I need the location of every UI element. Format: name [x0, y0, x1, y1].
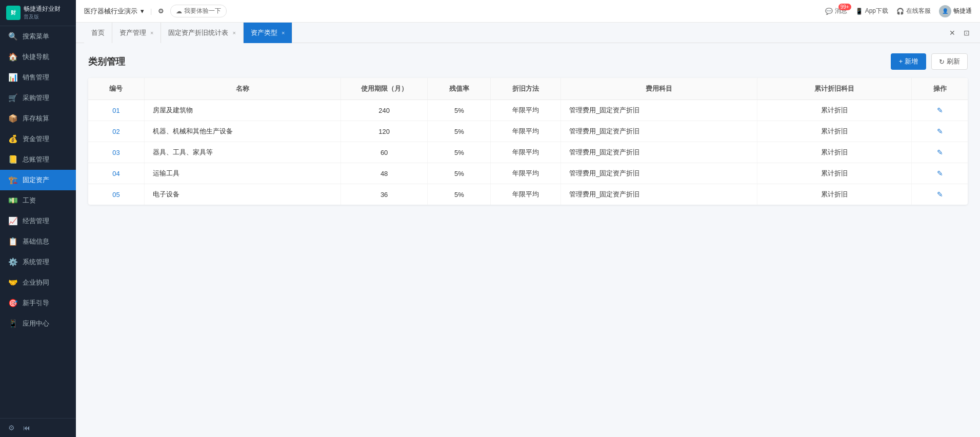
operations-icon: 📈 [8, 216, 17, 226]
sidebar-item-label: 资金管理 [23, 134, 49, 144]
cell-method: 年限平均 [491, 163, 561, 184]
tabs-bar: 首页资产管理×固定资产折旧统计表×资产类型× ✕ ⊡ [76, 23, 980, 43]
cell-residual: 5% [428, 142, 491, 163]
table-row: 03 器具、工具、家具等 60 5% 年限平均 管理费用_固定资产折旧 累计折旧… [88, 142, 968, 163]
cell-period: 36 [341, 184, 428, 205]
tab-asset-mgmt[interactable]: 资产管理× [112, 23, 161, 43]
cell-op: ✎ [912, 100, 968, 121]
settings-button[interactable]: ⚙ [158, 7, 164, 15]
sidebar-item-system[interactable]: ⚙️系统管理 [0, 252, 76, 272]
cell-method: 年限平均 [491, 142, 561, 163]
topbar-right: 💬 消息 99+ 📱 App下载 🎧 在线客服 👤 畅捷通 [825, 5, 972, 17]
cell-residual: 5% [428, 184, 491, 205]
sidebar-item-guide[interactable]: 🎯新手引导 [0, 293, 76, 313]
sidebar-item-label: 快捷导航 [23, 52, 49, 62]
cell-residual: 5% [428, 163, 491, 184]
app-download-button[interactable]: 📱 App下载 [855, 7, 888, 15]
sidebar-item-basic-info[interactable]: 📋基础信息 [0, 231, 76, 252]
general-ledger-icon: 📒 [8, 155, 17, 164]
finance-icon: 💰 [8, 134, 17, 144]
tab-home[interactable]: 首页 [84, 23, 112, 43]
col-header-name: 名称 [144, 78, 341, 100]
tab-asset-type[interactable]: 资产类型× [244, 23, 292, 43]
cell-accum: 累计折旧 [757, 184, 912, 205]
payroll-icon: 💵 [8, 196, 17, 205]
cell-name: 器具、工具、家具等 [144, 142, 341, 163]
user-menu[interactable]: 👤 畅捷通 [939, 5, 972, 17]
sidebar-item-label: 应用中心 [23, 319, 49, 328]
refresh-button[interactable]: ↻ 刷新 [931, 53, 968, 70]
collapse-icon[interactable]: ⏮ [23, 424, 30, 432]
edit-button[interactable]: ✎ [937, 169, 943, 177]
cell-name: 运输工具 [144, 163, 341, 184]
tab-close-icon[interactable]: × [282, 30, 285, 36]
cell-code: 03 [88, 142, 144, 163]
cell-period: 120 [341, 121, 428, 142]
sidebar-item-search[interactable]: 🔍搜索菜单 [0, 26, 76, 47]
sidebar-item-quick-nav[interactable]: 🏠快捷导航 [0, 47, 76, 67]
cell-accum: 累计折旧 [757, 142, 912, 163]
tab-close-icon[interactable]: × [232, 30, 235, 36]
sidebar-item-label: 搜索菜单 [23, 32, 49, 41]
try-button[interactable]: ☁ 我要体验一下 [170, 5, 227, 17]
expand-tab-button[interactable]: ⊡ [962, 27, 972, 39]
sidebar-item-payroll[interactable]: 💵工资 [0, 190, 76, 211]
online-service-button[interactable]: 🎧 在线客服 [896, 7, 931, 15]
settings-icon[interactable]: ⚙ [8, 424, 15, 432]
sidebar-item-label: 基础信息 [23, 237, 49, 246]
sidebar: 财 畅捷通好业财 普及版 🔍搜索菜单🏠快捷导航📊销售管理🛒采购管理📦库存核算💰资… [0, 0, 76, 437]
sidebar-item-finance[interactable]: 💰资金管理 [0, 129, 76, 149]
topbar: 医疗器械行业演示 ▾ | ⚙ ☁ 我要体验一下 💬 消息 99+ 📱 App下载… [76, 0, 980, 23]
sidebar-nav: 🔍搜索菜单🏠快捷导航📊销售管理🛒采购管理📦库存核算💰资金管理📒总账管理🏗️固定资… [0, 26, 76, 418]
tab-fixed-asset-depreciation[interactable]: 固定资产折旧统计表× [161, 23, 243, 43]
message-button[interactable]: 💬 消息 99+ [825, 7, 847, 15]
edit-button[interactable]: ✎ [937, 127, 943, 135]
page-actions: + 新增 ↻ 刷新 [891, 53, 968, 70]
module-selector[interactable]: 医疗器械行业演示 ▾ [84, 7, 144, 16]
search-icon: 🔍 [8, 32, 17, 41]
close-tab-button[interactable]: ✕ [947, 27, 957, 39]
col-header-residual: 残值率 [428, 78, 491, 100]
cell-op: ✎ [912, 142, 968, 163]
edit-button[interactable]: ✎ [937, 190, 943, 198]
refresh-icon: ↻ [939, 58, 945, 66]
sidebar-item-app-center[interactable]: 📱应用中心 [0, 313, 76, 334]
cell-period: 240 [341, 100, 428, 121]
sidebar-item-enterprise[interactable]: 🤝企业协同 [0, 272, 76, 293]
message-icon: 💬 [825, 8, 833, 15]
cell-code: 04 [88, 163, 144, 184]
cell-accum: 累计折旧 [757, 121, 912, 142]
cell-accum: 累计折旧 [757, 163, 912, 184]
cell-method: 年限平均 [491, 121, 561, 142]
cell-code: 05 [88, 184, 144, 205]
edit-button[interactable]: ✎ [937, 106, 943, 114]
sales-icon: 📊 [8, 73, 17, 82]
sidebar-item-general-ledger[interactable]: 📒总账管理 [0, 149, 76, 170]
sidebar-item-sales[interactable]: 📊销售管理 [0, 67, 76, 88]
sidebar-item-inventory[interactable]: 📦库存核算 [0, 108, 76, 129]
sidebar-item-purchase[interactable]: 🛒采购管理 [0, 88, 76, 108]
cell-op: ✎ [912, 163, 968, 184]
new-button[interactable]: + 新增 [891, 53, 926, 70]
logo-icon: 财 [6, 6, 21, 20]
try-label: 我要体验一下 [184, 7, 221, 15]
tab-label: 首页 [91, 28, 105, 37]
dropdown-icon: ▾ [141, 7, 144, 15]
phone-icon: 📱 [855, 8, 863, 15]
page-header: 类别管理 + 新增 ↻ 刷新 [88, 53, 968, 70]
cell-method: 年限平均 [491, 100, 561, 121]
edit-button[interactable]: ✎ [937, 148, 943, 156]
sidebar-bottom: ⚙ ⏮ [0, 418, 76, 437]
sidebar-item-label: 总账管理 [23, 155, 49, 164]
message-badge: 99+ [838, 4, 851, 10]
sidebar-item-operations[interactable]: 📈经营管理 [0, 211, 76, 231]
tab-close-icon[interactable]: × [150, 30, 153, 36]
cell-name: 电子设备 [144, 184, 341, 205]
app-download-label: App下载 [865, 7, 888, 15]
sidebar-item-label: 工资 [23, 196, 36, 205]
module-name: 医疗器械行业演示 [84, 7, 137, 16]
cell-method: 年限平均 [491, 184, 561, 205]
table-row: 04 运输工具 48 5% 年限平均 管理费用_固定资产折旧 累计折旧 ✎ [88, 163, 968, 184]
sidebar-item-fixed-assets[interactable]: 🏗️固定资产 [0, 170, 76, 190]
sidebar-item-label: 新手引导 [23, 299, 49, 308]
